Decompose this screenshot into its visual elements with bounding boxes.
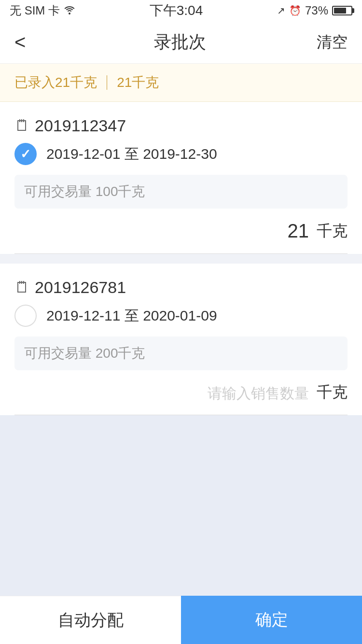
page-title: 录批次 [154,30,206,54]
unit-label-1: 千克 [317,221,348,242]
qty-container-1: 21 千克 [0,209,362,254]
summary-bar: 已录入21千克 21千克 [0,64,362,102]
summary-divider [107,75,107,90]
unit-label-2: 千克 [317,382,348,403]
batch-item-1: 🗒 2019112347 2019-12-01 至 2019-12-30 可用交… [0,102,362,209]
batch-icon-2: 🗒 [14,279,30,296]
batch-header-1: 🗒 2019112347 [14,116,348,135]
location-icon: ↗ [277,5,285,16]
summary-value: 21千克 [117,73,159,92]
batch-available-1: 可用交易量 100千克 [14,175,348,209]
time-label: 下午3:04 [150,1,203,20]
battery-percent: 73% [305,4,328,17]
batch-date-row-2[interactable]: 2019-12-11 至 2020-01-09 [14,305,348,327]
nav-bar: < 录批次 清空 [0,21,362,64]
confirm-button[interactable]: 确定 [181,596,362,644]
clear-button[interactable]: 清空 [317,32,348,53]
qty-input-2[interactable] [14,383,309,402]
batch-icon-1: 🗒 [14,117,30,135]
qty-value-1: 21 [288,220,309,242]
status-bar: 无 SIM 卡 下午3:04 ↗ ⏰ 73% [0,0,362,21]
auto-distribute-button[interactable]: 自动分配 [0,596,181,644]
batch-id-1: 2019112347 [35,116,126,135]
radio-1[interactable] [14,143,37,165]
status-right: ↗ ⏰ 73% [277,4,352,17]
alarm-icon: ⏰ [289,5,301,16]
back-button[interactable]: < [14,31,43,53]
input-row-1: 21 千克 [14,209,348,253]
status-left: 无 SIM 卡 [10,3,75,18]
bottom-buttons: 自动分配 确定 [0,596,362,644]
svg-point-0 [69,13,70,14]
batch-header-2: 🗒 2019126781 [14,278,348,297]
wifi-icon [64,4,75,17]
batch-item-2: 🗒 2019126781 2019-12-11 至 2020-01-09 可用交… [0,264,362,370]
radio-2[interactable] [14,305,37,327]
input-row-2: 千克 [14,370,348,415]
batch-date-row-1[interactable]: 2019-12-01 至 2019-12-30 [14,143,348,165]
bottom-area [0,415,362,623]
item-divider [0,254,362,264]
batch-available-2: 可用交易量 200千克 [14,336,348,370]
batch-id-2: 2019126781 [35,278,126,297]
summary-label: 已录入21千克 [14,73,97,92]
batch-date-1: 2019-12-01 至 2019-12-30 [46,144,217,164]
battery-icon [332,6,352,15]
carrier-label: 无 SIM 卡 [10,3,60,18]
batch-date-2: 2019-12-11 至 2020-01-09 [46,306,217,326]
qty-container-2: 千克 [0,370,362,415]
